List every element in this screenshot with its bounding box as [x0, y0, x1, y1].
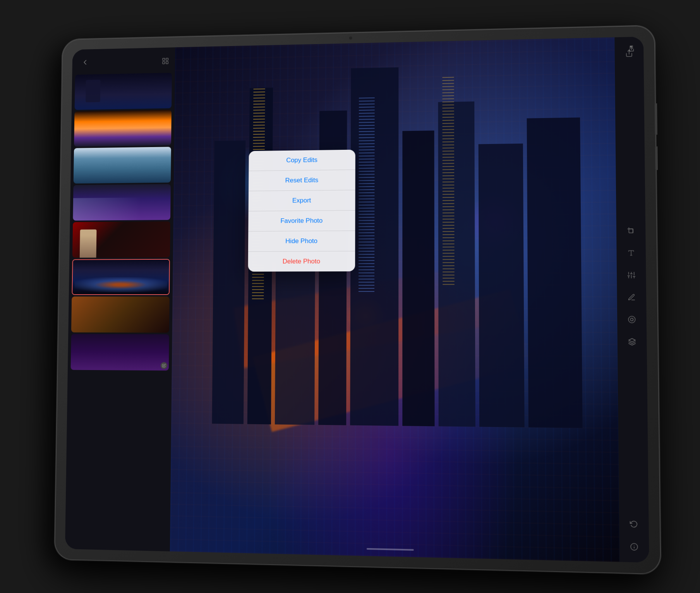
thumbnail-item[interactable]: [75, 73, 172, 110]
reset-edits-menu-item[interactable]: Reset Edits: [249, 170, 355, 191]
share-icon-top[interactable]: [628, 45, 636, 55]
favorite-photo-menu-item[interactable]: Favorite Photo: [248, 211, 355, 231]
camera-notch: [349, 36, 352, 39]
back-button[interactable]: [78, 57, 92, 70]
export-menu-item[interactable]: Export: [249, 190, 355, 211]
thumbnail-item[interactable]: [74, 147, 171, 183]
top-nav: [72, 47, 175, 75]
crop-button[interactable]: [624, 224, 638, 238]
right-toolbar: [614, 37, 649, 563]
volume-button: [655, 146, 658, 170]
svg-point-19: [630, 318, 633, 321]
tablet-screen: Copy Edits Reset Edits Export Favorite P…: [65, 37, 649, 563]
text-button[interactable]: [624, 246, 638, 260]
filters-button[interactable]: [624, 268, 639, 282]
history-button[interactable]: [626, 517, 642, 531]
svg-rect-0: [163, 58, 165, 60]
svg-rect-8: [629, 229, 633, 233]
edit-badge: [161, 362, 168, 369]
copy-edits-menu-item[interactable]: Copy Edits: [249, 150, 355, 171]
grid-view-icon[interactable]: [161, 57, 169, 66]
svg-rect-3: [166, 62, 168, 64]
top-icons: [161, 57, 169, 66]
thumbnail-item[interactable]: [71, 296, 170, 333]
thumbnail-item-selected[interactable]: [72, 259, 170, 295]
tablet-body: Copy Edits Reset Edits Export Favorite P…: [55, 26, 661, 574]
hide-photo-menu-item[interactable]: Hide Photo: [248, 231, 355, 252]
tablet-device: Copy Edits Reset Edits Export Favorite P…: [55, 26, 661, 574]
delete-photo-menu-item[interactable]: Delete Photo: [248, 251, 355, 271]
info-button[interactable]: [627, 539, 642, 554]
power-button: [655, 103, 657, 135]
main-photo: Copy Edits Reset Edits Export Favorite P…: [170, 37, 619, 562]
thumbnail-item[interactable]: [70, 334, 169, 371]
svg-marker-20: [629, 338, 636, 342]
svg-rect-2: [163, 62, 165, 64]
draw-button[interactable]: [624, 290, 639, 305]
layers-button[interactable]: [625, 334, 639, 349]
main-photo-area: Copy Edits Reset Edits Export Favorite P…: [170, 37, 619, 562]
svg-rect-1: [166, 58, 168, 60]
context-menu: Copy Edits Reset Edits Export Favorite P…: [248, 150, 355, 272]
left-sidebar: [65, 47, 175, 551]
svg-point-18: [628, 316, 635, 323]
thumbnail-item[interactable]: [72, 221, 170, 258]
thumbnail-item[interactable]: [73, 184, 171, 220]
effects-button[interactable]: [625, 312, 639, 327]
thumbnail-item[interactable]: [74, 110, 172, 146]
thumbnail-list: [65, 73, 175, 552]
